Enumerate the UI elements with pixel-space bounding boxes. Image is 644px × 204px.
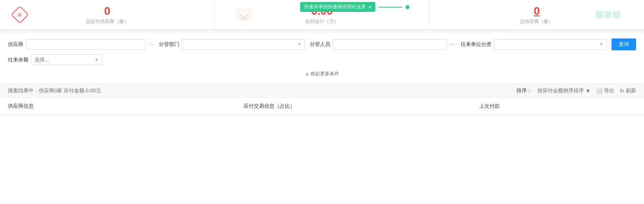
tooltip-line xyxy=(379,7,402,8)
filter-group-department: 分管部门 ▼ xyxy=(159,39,305,50)
supplier-input[interactable] xyxy=(26,39,145,50)
balance-input[interactable] xyxy=(31,54,102,65)
supplier-label: 供应商 xyxy=(8,41,24,48)
stat3-number: 0 xyxy=(534,4,540,18)
stats-bar: 应 0 总应付供应商（家） 🐷 快速录单的快捷键说明在这里 × 0.00 应付合… xyxy=(0,0,644,30)
department-select-wrapper: ▼ xyxy=(182,39,305,50)
stat2-label: 应付合计（万） xyxy=(305,18,339,25)
results-bar: 搜索结果中，供应商0家 应付金额 0.00元 排序： 按应付会额倒序排序 ▼ ⬜… xyxy=(0,84,644,98)
tooltip-dot xyxy=(406,5,410,9)
stat-total-suppliers: 0 总供应商（家） xyxy=(430,0,644,29)
unit-select-wrapper: ▼ xyxy=(494,39,607,50)
col-header-trade: 应付交易信息（占比） xyxy=(244,103,479,110)
stat1-label: 总应付供应商（家） xyxy=(86,18,129,25)
balance-label: 往来余额 xyxy=(8,56,29,63)
unit-input[interactable] xyxy=(494,39,607,50)
person-more-btn[interactable]: ··· xyxy=(450,41,456,48)
filter-row-1: 供应商 ··· 分管部门 ▼ 分管人员 ··· 往来单位分类 ▼ 查询 xyxy=(8,38,636,50)
lock-icon xyxy=(596,11,620,18)
refresh-label: 刷新 xyxy=(626,87,636,94)
department-label: 分管部门 xyxy=(159,41,179,48)
stat1-number: 0 xyxy=(104,4,111,18)
refresh-button[interactable]: ↻ 刷新 xyxy=(620,87,636,94)
col-header-payment: 上次付款 xyxy=(479,103,636,110)
table-header: 供应商信息 应付交易信息（占比） 上次付款 xyxy=(0,98,644,115)
tooltip-badge: 快速录单的快捷键说明在这里 × xyxy=(300,2,375,12)
stat3-label: 总供应商（家） xyxy=(520,18,553,25)
results-actions: 排序： 按应付会额倒序排序 ▼ ⬜ 导出 ↻ 刷新 xyxy=(516,87,636,94)
export-button[interactable]: ⬜ 导出 xyxy=(596,87,614,94)
tooltip-container: 快速录单的快捷键说明在这里 × xyxy=(300,2,410,12)
collapse-arrow-icon: ∧ xyxy=(305,71,309,77)
tooltip-text: 快速录单的快捷键说明在这里 xyxy=(304,4,366,10)
filter-group-unit: 往来单位分类 ▼ xyxy=(461,39,607,50)
person-label: 分管人员 xyxy=(310,41,330,48)
diamond-icon: 应 xyxy=(12,7,28,23)
results-info: 搜索结果中，供应商0家 应付金额 0.00元 xyxy=(8,87,101,94)
unit-label: 往来单位分类 xyxy=(461,41,492,48)
supplier-more-btn[interactable]: ··· xyxy=(148,41,154,48)
refresh-icon: ↻ xyxy=(620,88,624,94)
sort-value: 按应付会额倒序排序 xyxy=(537,87,584,94)
filter-group-balance: 往来余额 ▼ xyxy=(8,54,636,65)
filter-group-person: 分管人员 ··· xyxy=(310,39,456,50)
balance-select-wrapper: ▼ xyxy=(31,54,102,65)
pig-icon: 🐷 xyxy=(234,6,253,23)
sort-select[interactable]: 按应付会额倒序排序 ▼ xyxy=(537,87,591,94)
export-icon: ⬜ xyxy=(596,88,602,94)
sort-arrow-icon: ▼ xyxy=(585,88,591,94)
department-input[interactable] xyxy=(182,39,305,50)
person-input[interactable] xyxy=(333,39,447,50)
filter-group-supplier: 供应商 ··· xyxy=(8,39,154,50)
svg-text:应: 应 xyxy=(17,13,22,17)
stat-total-payable-suppliers: 应 0 总应付供应商（家） xyxy=(0,0,215,29)
query-button[interactable]: 查询 xyxy=(612,38,636,50)
filter-area: 供应商 ··· 分管部门 ▼ 分管人员 ··· 往来单位分类 ▼ 查询 xyxy=(0,33,644,84)
collapse-row: ∧ 收起更多条件 xyxy=(8,69,636,80)
tooltip-close-btn[interactable]: × xyxy=(368,4,372,10)
filter-row-2: 往来余额 ▼ xyxy=(8,54,636,65)
stat-payable-total: 🐷 快速录单的快捷键说明在这里 × 0.00 应付合计（万） xyxy=(215,0,429,29)
col-header-supplier: 供应商信息 xyxy=(8,103,244,110)
collapse-label: 收起更多条件 xyxy=(311,71,339,77)
export-label: 导出 xyxy=(604,87,614,94)
sort-label: 排序： xyxy=(516,87,532,94)
collapse-button[interactable]: ∧ 收起更多条件 xyxy=(305,71,339,77)
table-body xyxy=(0,115,644,204)
